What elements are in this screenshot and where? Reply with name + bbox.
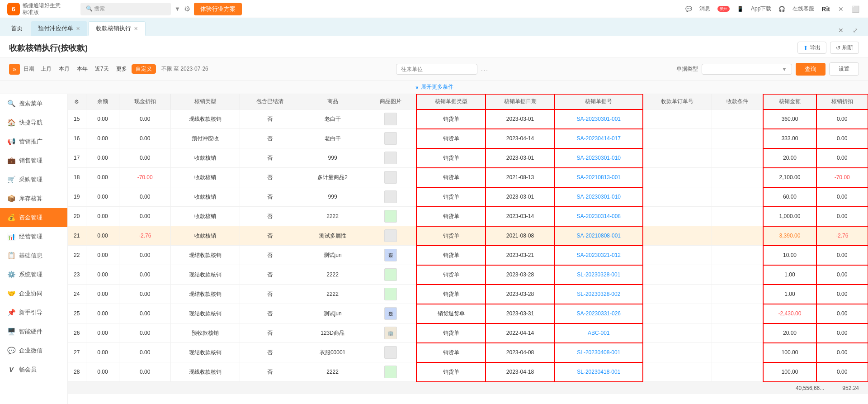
top-search-input[interactable]: 🔍 搜索 xyxy=(80,3,171,15)
date-this-month[interactable]: 本月 xyxy=(56,64,72,74)
row-bill-no[interactable]: SL-20230328-001 xyxy=(555,265,643,285)
row-bill-no[interactable]: SL-20230408-001 xyxy=(555,343,643,362)
row-bill-no-link[interactable]: ABC-001 xyxy=(588,330,610,336)
online-service-link[interactable]: 在线客服 xyxy=(793,5,814,13)
sidebar-item-system[interactable]: ⚙️ 系统管理 xyxy=(0,265,67,284)
user-name[interactable]: Rit xyxy=(821,5,830,13)
row-bill-no[interactable]: SA-20230321-012 xyxy=(555,246,643,265)
row-bill-no-link[interactable]: SA-20230301-010 xyxy=(577,194,621,200)
row-bill-no-link[interactable]: SL-20230408-001 xyxy=(577,349,620,356)
sidebar-item-hardware[interactable]: 🖥️ 智能硬件 xyxy=(0,322,67,341)
sidebar-item-quick-nav[interactable]: 🏠 快捷导航 xyxy=(0,113,67,132)
sidebar-item-basic-info[interactable]: 📋 基础信息 xyxy=(0,246,67,265)
row-verify-amount: 360.00 xyxy=(763,109,816,129)
row-bill-no[interactable]: SA-20210808-001 xyxy=(555,226,643,246)
row-receipt-order-no xyxy=(643,246,712,265)
row-product-img xyxy=(365,285,416,304)
date-this-year[interactable]: 本年 xyxy=(74,64,90,74)
date-last-month[interactable]: 上月 xyxy=(38,64,54,74)
query-button[interactable]: 查询 xyxy=(796,63,826,76)
filter-toggle-button[interactable]: » xyxy=(9,64,20,75)
row-receipt-order-no xyxy=(643,323,712,343)
row-verify-type: 现结收款核销 xyxy=(170,343,240,362)
row-bill-no[interactable]: SA-20230331-026 xyxy=(555,304,643,323)
row-product-img: 🖼 xyxy=(365,304,416,323)
tab-receipt-verify[interactable]: 收款核销执行 ✕ xyxy=(88,21,146,36)
row-balance: 0.00 xyxy=(86,362,119,382)
table-scroll[interactable]: ⚙ 余额 现金折扣 核销类型 包含已结清 商品 商品图片 核销单据类型 核销单据… xyxy=(68,94,868,382)
row-verify-amount: 1.00 xyxy=(763,285,816,304)
sidebar-item-finance[interactable]: 💰 资金管理 xyxy=(0,208,67,227)
source-unit-input[interactable] xyxy=(396,64,477,75)
industry-solution-button[interactable]: 体验行业方案 xyxy=(194,3,242,15)
export-button[interactable]: ⬆ 导出 xyxy=(797,42,826,54)
row-verify-discount: 0.00 xyxy=(816,109,868,129)
row-bill-no-link[interactable]: SA-20210813-001 xyxy=(577,174,621,181)
row-bill-no-link[interactable]: SA-20230301-001 xyxy=(577,116,621,122)
row-receipt-condition xyxy=(712,226,763,246)
th-product-img: 商品图片 xyxy=(365,94,416,109)
row-bill-no-link[interactable]: SA-20230414-017 xyxy=(577,135,621,142)
sidebar-item-corp[interactable]: 🤝 企业协同 xyxy=(0,284,67,303)
row-bill-no-link[interactable]: SA-20230301-010 xyxy=(577,155,621,161)
sidebar-item-wechat[interactable]: 💬 企业微信 xyxy=(0,341,67,360)
date-custom-button[interactable]: 自定义 xyxy=(132,64,156,74)
row-bill-no[interactable]: SA-20210813-001 xyxy=(555,168,643,187)
row-product-img xyxy=(365,168,416,187)
expand-more-button[interactable]: ∨ 展开更多条件 xyxy=(415,83,453,91)
date-last-7days[interactable]: 近7天 xyxy=(92,64,112,74)
row-bill-no-link[interactable]: SL-20230328-001 xyxy=(577,271,620,278)
message-label[interactable]: 消息 xyxy=(699,5,710,13)
tab-home[interactable]: 首页 xyxy=(4,21,30,36)
sidebar-item-operation[interactable]: 📊 经营管理 xyxy=(0,227,67,246)
sidebar-item-marketing[interactable]: 📢 营销推广 xyxy=(0,132,67,151)
tab-prepay[interactable]: 预付冲应付单 ✕ xyxy=(31,21,87,36)
row-bill-no[interactable]: SA-20230301-010 xyxy=(555,187,643,207)
row-receipt-condition xyxy=(712,148,763,168)
bill-type-select[interactable]: ▼ xyxy=(702,64,792,75)
row-bill-no[interactable]: SA-20230314-008 xyxy=(555,207,643,226)
row-bill-no[interactable]: SA-20230414-017 xyxy=(555,129,643,148)
row-bill-no-link[interactable]: SA-20210808-001 xyxy=(577,233,621,239)
row-bill-report-type: 销货单 xyxy=(416,285,486,304)
tab-prepay-close[interactable]: ✕ xyxy=(76,26,80,32)
row-bill-no-link[interactable]: SA-20230314-008 xyxy=(577,213,621,219)
row-verify-type: 收款核销 xyxy=(170,168,240,187)
row-bill-no[interactable]: SA-20230301-010 xyxy=(555,148,643,168)
system-icon: ⚙️ xyxy=(7,271,15,279)
row-verify-amount: 100.00 xyxy=(763,343,816,362)
close-icon[interactable]: ✕ xyxy=(835,4,846,14)
sidebar-item-sales[interactable]: 💼 销售管理 xyxy=(0,151,67,170)
sidebar-item-search-menu[interactable]: 🔍 搜索菜单 xyxy=(0,94,67,113)
maximize-icon[interactable]: ⬜ xyxy=(850,4,861,14)
row-bill-no-link[interactable]: SA-20230331-026 xyxy=(577,310,621,317)
tab-close-icon[interactable]: ✕ xyxy=(835,25,846,36)
th-settings[interactable]: ⚙ xyxy=(68,94,86,109)
th-cash-discount: 现金折扣 xyxy=(119,94,170,109)
row-bill-no[interactable]: SA-20230301-001 xyxy=(555,109,643,129)
row-bill-no-link[interactable]: SL-20230328-002 xyxy=(577,291,620,297)
tab-expand-icon[interactable]: ⤢ xyxy=(850,25,861,36)
table-row: 250.000.00现结收款核销否测试jun🖼销货退货单2023-03-31SA… xyxy=(68,304,868,323)
row-bill-no[interactable]: SL-20230418-001 xyxy=(555,362,643,382)
refresh-button[interactable]: ↺ 刷新 xyxy=(830,42,859,54)
row-bill-no[interactable]: ABC-001 xyxy=(555,323,643,343)
sidebar-item-guide[interactable]: 📌 新手引导 xyxy=(0,303,67,322)
row-bill-no-link[interactable]: SL-20230418-001 xyxy=(577,369,620,375)
row-bill-no[interactable]: SL-20230328-002 xyxy=(555,285,643,304)
sidebar-item-purchase[interactable]: 🛒 采购管理 xyxy=(0,170,67,189)
row-bill-no-link[interactable]: SA-20230321-012 xyxy=(577,252,621,258)
row-bill-date: 2023-04-18 xyxy=(486,362,555,382)
app-download-link[interactable]: App下载 xyxy=(751,5,771,13)
source-unit-dots[interactable]: ... xyxy=(481,66,489,72)
row-balance: 0.00 xyxy=(86,265,119,285)
settings-icon[interactable]: ⚙ xyxy=(184,5,190,13)
filter-settings-button[interactable]: 设置 xyxy=(829,62,859,76)
sidebar-item-inventory[interactable]: 📦 库存核算 xyxy=(0,189,67,208)
row-verify-type: 现结收款核销 xyxy=(170,265,240,285)
refresh-icon: ↺ xyxy=(836,45,840,51)
date-more[interactable]: 更多 xyxy=(113,64,130,74)
tab-receipt-verify-close[interactable]: ✕ xyxy=(134,26,138,32)
sidebar-item-member[interactable]: V 畅会员 xyxy=(0,360,67,379)
row-id: 17 xyxy=(68,148,86,168)
